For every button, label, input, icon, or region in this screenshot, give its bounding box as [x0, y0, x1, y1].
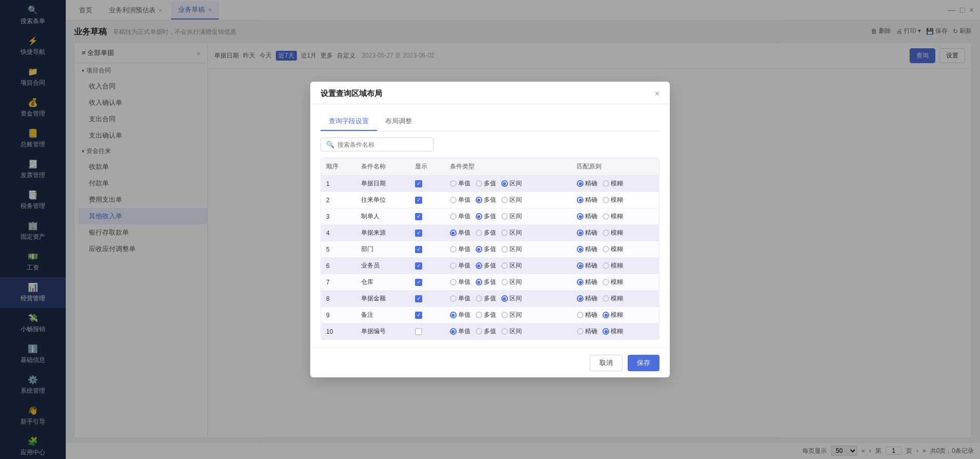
type-multi-10[interactable]: 多值	[476, 327, 496, 336]
table-body: 1单据日期✓ 单值 多值 区间 精确 模糊	[321, 176, 659, 340]
dialog-close-button[interactable]: ×	[655, 89, 659, 99]
type-single-1[interactable]: 单值	[450, 179, 470, 188]
type-multi-1[interactable]: 多值	[476, 179, 496, 188]
match-exact-3[interactable]: 精确	[577, 212, 597, 221]
match-fuzzy-7[interactable]: 模糊	[602, 278, 623, 286]
type-range-6[interactable]: 区间	[501, 261, 522, 270]
radio-exact-dot-5	[577, 246, 583, 253]
dialog-header: 设置查询区域布局 ×	[310, 82, 670, 104]
radio-fuzzy-dot-7	[602, 279, 609, 285]
match-fuzzy-4[interactable]: 模糊	[602, 228, 623, 237]
cell-type: 单值 多值 区间	[445, 307, 572, 323]
search-input[interactable]	[337, 141, 420, 148]
cell-type: 单值 多值 区间	[445, 323, 572, 340]
save-button[interactable]: 保存	[628, 355, 659, 371]
match-exact-label: 精确	[585, 278, 597, 286]
match-fuzzy-5[interactable]: 模糊	[602, 245, 623, 254]
match-exact-2[interactable]: 精确	[577, 196, 597, 204]
radio-range-dot-3	[501, 213, 508, 220]
type-single-10[interactable]: 单值	[450, 327, 470, 336]
show-checkbox-10[interactable]	[415, 328, 422, 335]
type-single-label: 单值	[458, 196, 470, 204]
type-multi-4[interactable]: 多值	[476, 228, 496, 237]
type-single-7[interactable]: 单值	[450, 278, 470, 286]
show-checkbox-5[interactable]: ✓	[415, 246, 422, 253]
show-checkbox-3[interactable]: ✓	[415, 213, 422, 220]
cell-order: 5	[321, 241, 356, 258]
match-radio-group-10: 精确 模糊	[577, 327, 654, 336]
type-range-7[interactable]: 区间	[501, 278, 522, 286]
type-range-2[interactable]: 区间	[501, 196, 522, 204]
match-fuzzy-3[interactable]: 模糊	[602, 212, 623, 221]
type-range-9[interactable]: 区间	[501, 311, 522, 319]
type-multi-7[interactable]: 多值	[476, 278, 496, 286]
type-single-8[interactable]: 单值	[450, 294, 470, 303]
show-checkbox-4[interactable]: ✓	[415, 230, 422, 237]
radio-fuzzy-dot-3	[602, 213, 609, 220]
cell-name: 往来单位	[356, 192, 410, 208]
match-exact-9[interactable]: 精确	[577, 311, 597, 319]
cell-match: 精确 模糊	[572, 208, 659, 225]
match-exact-7[interactable]: 精确	[577, 278, 597, 286]
show-checkbox-9[interactable]: ✓	[415, 312, 422, 319]
show-checkbox-8[interactable]: ✓	[415, 295, 422, 302]
type-range-10[interactable]: 区间	[501, 327, 522, 336]
dialog-body: 查询字段设置布局调整 🔍 顺序条件名称显示条件类型匹配原则 1单据日期✓	[310, 104, 670, 348]
type-multi-5[interactable]: 多值	[476, 245, 496, 254]
type-single-9[interactable]: 单值	[450, 311, 470, 319]
type-single-2[interactable]: 单值	[450, 196, 470, 204]
type-multi-6[interactable]: 多值	[476, 261, 496, 270]
col-header-条件类型: 条件类型	[445, 158, 572, 176]
show-checkbox-7[interactable]: ✓	[415, 279, 422, 286]
type-range-1[interactable]: 区间	[501, 179, 522, 188]
match-fuzzy-1[interactable]: 模糊	[602, 179, 623, 188]
show-checkbox-1[interactable]: ✓	[415, 180, 422, 187]
match-exact-6[interactable]: 精确	[577, 261, 597, 270]
type-single-3[interactable]: 单值	[450, 212, 470, 221]
radio-multi-dot-10	[476, 328, 482, 335]
type-range-3[interactable]: 区间	[501, 212, 522, 221]
cell-order: 3	[321, 208, 356, 225]
show-checkbox-6[interactable]: ✓	[415, 262, 422, 270]
type-range-8[interactable]: 区间	[501, 294, 522, 303]
cell-match: 精确 模糊	[572, 258, 659, 274]
type-multi-3[interactable]: 多值	[476, 212, 496, 221]
radio-exact-dot-6	[577, 262, 583, 269]
match-fuzzy-10[interactable]: 模糊	[602, 327, 623, 336]
match-exact-8[interactable]: 精确	[577, 294, 597, 303]
radio-fuzzy-dot-5	[602, 246, 609, 253]
match-fuzzy-6[interactable]: 模糊	[602, 261, 623, 270]
type-single-4[interactable]: 单值	[450, 228, 470, 237]
cancel-button[interactable]: 取消	[590, 355, 623, 371]
type-range-5[interactable]: 区间	[501, 245, 522, 254]
radio-range-dot-2	[501, 197, 508, 203]
match-exact-1[interactable]: 精确	[577, 179, 597, 188]
match-fuzzy-2[interactable]: 模糊	[602, 196, 623, 204]
type-range-4[interactable]: 区间	[501, 228, 522, 237]
radio-single-dot-7	[450, 279, 457, 285]
radio-single-dot-4	[450, 230, 457, 236]
match-exact-4[interactable]: 精确	[577, 228, 597, 237]
match-exact-5[interactable]: 精确	[577, 245, 597, 254]
type-single-5[interactable]: 单值	[450, 245, 470, 254]
dialog-tab-query-fields[interactable]: 查询字段设置	[321, 112, 377, 131]
radio-fuzzy-dot-6	[602, 262, 609, 269]
show-checkbox-2[interactable]: ✓	[415, 197, 422, 204]
cell-name: 单据金额	[356, 291, 410, 307]
type-multi-8[interactable]: 多值	[476, 294, 496, 303]
cell-order: 4	[321, 225, 356, 241]
type-multi-2[interactable]: 多值	[476, 196, 496, 204]
match-fuzzy-9[interactable]: 模糊	[602, 311, 623, 319]
dialog-tab-layout[interactable]: 布局调整	[377, 112, 420, 131]
col-header-顺序: 顺序	[321, 158, 356, 176]
match-radio-group-8: 精确 模糊	[577, 294, 654, 303]
modal-overlay: 设置查询区域布局 × 查询字段设置布局调整 🔍 顺序条件名称显示条件类型匹配原则	[0, 0, 980, 459]
type-multi-9[interactable]: 多值	[476, 311, 496, 319]
radio-exact-dot-10	[577, 328, 583, 335]
cell-show	[410, 323, 445, 340]
match-radio-group-9: 精确 模糊	[577, 311, 654, 319]
type-single-6[interactable]: 单值	[450, 261, 470, 270]
match-fuzzy-8[interactable]: 模糊	[602, 294, 623, 303]
radio-single-dot-8	[450, 295, 457, 302]
match-exact-10[interactable]: 精确	[577, 327, 597, 336]
